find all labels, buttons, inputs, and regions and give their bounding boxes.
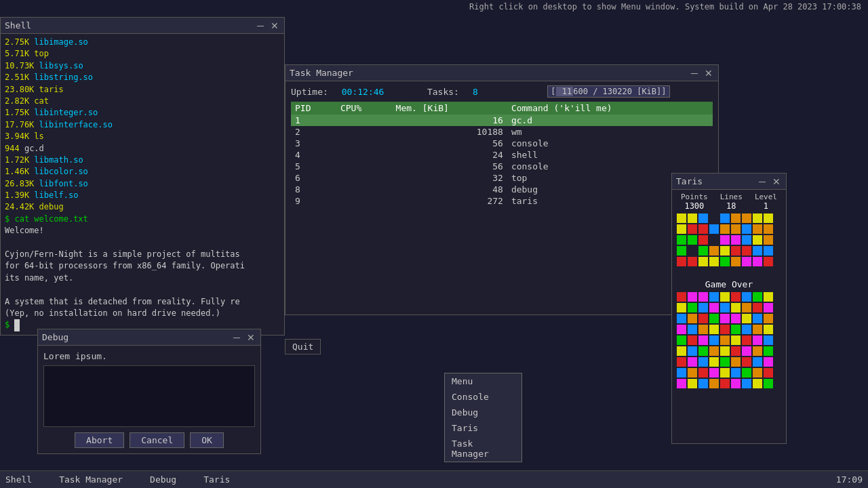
level-stat: Level 1: [755, 192, 777, 211]
uptime-label: Uptime:: [291, 87, 328, 97]
taris-top-board: [677, 214, 781, 277]
svg-rect-55: [720, 303, 730, 312]
svg-rect-33: [677, 257, 686, 266]
svg-rect-8: [677, 224, 686, 234]
debug-minimize-button[interactable]: ─: [232, 332, 241, 343]
svg-rect-24: [764, 235, 773, 245]
file-list: 2.75K libimage.so 5.71K top 10.73K libsy…: [5, 37, 280, 214]
svg-rect-111: [742, 368, 751, 378]
taskbar-item-debug[interactable]: Debug: [150, 474, 176, 485]
abort-button[interactable]: Abort: [75, 432, 124, 448]
svg-rect-62: [698, 314, 708, 323]
taris-stats: Points 1300 Lines 18 Level 1: [675, 192, 783, 211]
taskbar-item-shell[interactable]: Shell: [5, 474, 32, 485]
svg-rect-70: [688, 325, 697, 334]
svg-rect-10: [698, 224, 708, 234]
svg-rect-5: [742, 214, 751, 223]
debug-close-button[interactable]: ✕: [245, 332, 256, 343]
svg-rect-2: [698, 214, 708, 223]
context-menu-item-debug[interactable]: Debug: [445, 405, 521, 420]
svg-rect-84: [742, 336, 751, 345]
svg-rect-7: [764, 214, 773, 223]
mem-used2: 600 / 130220 [KiB]: [573, 87, 661, 96]
svg-rect-80: [698, 336, 708, 345]
ok-button[interactable]: OK: [190, 432, 224, 448]
taskmanager-minimize-button[interactable]: ─: [690, 68, 699, 79]
svg-rect-31: [753, 246, 762, 256]
taskmanager-content: Uptime: 00:12:46 Tasks: 8 [ 11600 / 1302…: [285, 81, 718, 211]
shell-close-button[interactable]: ✕: [269, 20, 280, 31]
taris-titlebar: Taris ─ ✕: [672, 174, 786, 190]
svg-rect-77: [764, 325, 773, 334]
col-mem: Mem. [KiB]: [392, 102, 507, 115]
svg-rect-91: [720, 346, 730, 356]
svg-rect-6: [753, 214, 762, 223]
svg-rect-18: [688, 235, 697, 245]
debug-title: Debug: [42, 332, 68, 342]
svg-rect-94: [753, 346, 762, 356]
taskbar-item-taris[interactable]: Taris: [203, 474, 230, 485]
debug-text-input[interactable]: [43, 365, 255, 427]
svg-rect-122: [764, 379, 773, 388]
cancel-button[interactable]: Cancel: [130, 432, 184, 448]
svg-rect-47: [731, 292, 741, 302]
taris-minimize-button[interactable]: ─: [757, 176, 767, 187]
svg-rect-63: [709, 314, 719, 323]
tasks-label: Tasks:: [427, 87, 459, 97]
svg-rect-104: [764, 357, 773, 367]
svg-rect-53: [698, 303, 708, 312]
taskmanager-window: Task Manager ─ ✕ Uptime: 00:12:46 Tasks:…: [285, 64, 719, 315]
shell-controls: ─ ✕: [256, 20, 280, 31]
svg-rect-108: [709, 368, 719, 378]
table-row[interactable]: 5 56 console: [291, 161, 713, 172]
points-stat: Points 1300: [681, 192, 708, 211]
svg-rect-121: [753, 379, 762, 388]
svg-rect-26: [698, 246, 708, 256]
svg-rect-9: [688, 224, 697, 234]
svg-rect-79: [688, 336, 697, 345]
top-status-bar: Right click on desktop to show Menu wind…: [0, 0, 868, 14]
taskmanager-header: Uptime: 00:12:46 Tasks: 8 [ 11600 / 1302…: [291, 85, 713, 98]
svg-rect-25: [677, 246, 686, 256]
lines-stat: Lines 18: [720, 192, 743, 211]
debug-lorem-text: Lorem ipsum.: [43, 351, 255, 361]
table-row[interactable]: 2 10188 wm: [291, 126, 713, 138]
svg-rect-50: [764, 292, 773, 302]
svg-rect-17: [677, 235, 686, 245]
taskmanager-close-button[interactable]: ✕: [703, 68, 714, 79]
svg-rect-19: [698, 235, 708, 245]
svg-rect-120: [742, 379, 751, 388]
svg-rect-42: [677, 292, 686, 302]
shell-content: 2.75K libimage.so 5.71K top 10.73K libsy…: [1, 34, 284, 335]
svg-rect-97: [688, 357, 697, 367]
table-row[interactable]: 1 16 gc.d: [291, 115, 713, 126]
taskbar-clock: 17:09: [836, 474, 863, 485]
svg-rect-115: [688, 379, 697, 388]
table-row[interactable]: 6 32 top: [291, 172, 713, 184]
quit-button[interactable]: Quit: [285, 339, 321, 354]
context-menu-item-taskmanager[interactable]: Task Manager: [445, 436, 521, 462]
svg-rect-39: [742, 257, 751, 266]
svg-rect-38: [731, 257, 741, 266]
svg-rect-56: [731, 303, 741, 312]
table-row[interactable]: 4 24 shell: [291, 149, 713, 161]
context-menu-item-menu[interactable]: Menu: [445, 373, 521, 389]
table-row[interactable]: 3 56 console: [291, 138, 713, 149]
shell-minimize-button[interactable]: ─: [256, 20, 265, 31]
context-menu-item-console[interactable]: Console: [445, 389, 521, 405]
context-menu-item-taris[interactable]: Taris: [445, 420, 521, 436]
taskbar-item-taskmanager[interactable]: Task Manager: [59, 474, 123, 485]
table-row[interactable]: 9 272 taris: [291, 195, 713, 207]
taris-close-button[interactable]: ✕: [771, 176, 782, 187]
svg-rect-98: [698, 357, 708, 367]
svg-rect-76: [753, 325, 762, 334]
svg-rect-22: [742, 235, 751, 245]
table-row[interactable]: 8 48 debug: [291, 184, 713, 195]
svg-rect-110: [731, 368, 741, 378]
taris-board-svg-top: [677, 214, 781, 274]
shell-title: Shell: [5, 20, 31, 30]
svg-rect-15: [753, 224, 762, 234]
svg-rect-52: [688, 303, 697, 312]
svg-rect-13: [731, 224, 741, 234]
top-status-text: Right click on desktop to show Menu wind…: [469, 2, 861, 12]
